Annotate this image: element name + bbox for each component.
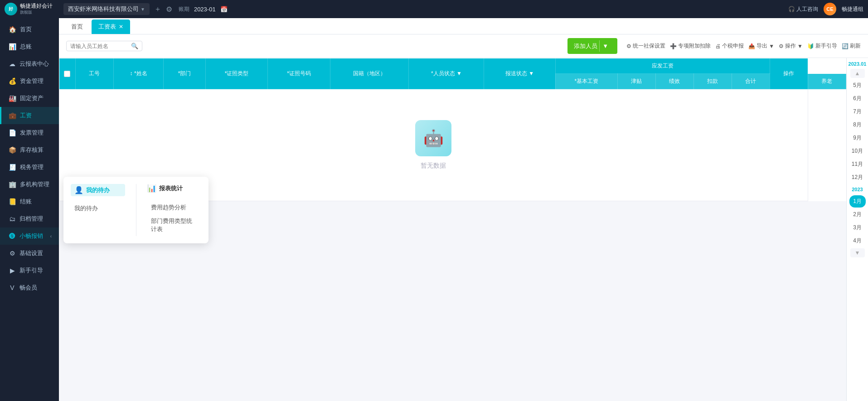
th-status: *人员状态 ▼ (409, 58, 484, 89)
headset-icon: 🎧 (788, 6, 795, 12)
sidebar-item-vip[interactable]: V 畅会员 (0, 279, 59, 296)
calendar-icon[interactable]: 📅 (220, 6, 228, 13)
add-icon[interactable]: ＋ (154, 5, 161, 14)
sidebar-item-ledger[interactable]: 📊 总账 (0, 38, 59, 55)
th-performance: 绩效 (655, 74, 693, 89)
th-id-number: *证照号码 (268, 58, 330, 89)
th-department: *部门 (164, 58, 206, 89)
guide-toolbar-icon: 🔰 (807, 43, 814, 49)
sidebar-item-tax[interactable]: 🧾 税务管理 (0, 159, 59, 176)
sidebar-item-close-account[interactable]: 📒 结账 (0, 193, 59, 210)
action-tax-report[interactable]: 🖨 个税申报 (715, 42, 744, 50)
popup-col-reports: 📊 报表统计 费用趋势分析 部门费用类型统计表 (147, 184, 202, 236)
fixed-assets-icon: 🏭 (9, 95, 16, 102)
month-8[interactable]: 8月 (849, 119, 866, 131)
sidebar-label: 新手引导 (19, 266, 43, 275)
todo-icon: 👤 (74, 186, 83, 194)
action-label: 操作 (785, 42, 796, 50)
month-9[interactable]: 9月 (849, 132, 866, 144)
add-person-button[interactable]: 添加人员 ▼ (567, 38, 617, 54)
month-10[interactable]: 10月 (849, 145, 866, 157)
month-4[interactable]: 4月 (849, 235, 866, 247)
select-all-checkbox[interactable] (64, 71, 70, 77)
add-btn-dropdown-icon[interactable]: ▼ (599, 40, 611, 52)
sidebar-label: 基础设置 (19, 249, 43, 257)
sidebar-item-funds[interactable]: 💰 资金管理 (0, 72, 59, 90)
add-btn-label: 添加人员 (574, 42, 597, 50)
action-social-security[interactable]: ⚙ 统一社保设置 (626, 42, 665, 50)
sidebar-item-inventory[interactable]: 📦 库存核算 (0, 141, 59, 159)
company-selector[interactable]: 西安虾米网络科技有限公司 ▼ (63, 3, 150, 15)
period-label: 账期 (179, 5, 189, 13)
action-bar: 🔍 添加人员 ▼ ⚙ 统一社保设置 ➕ 专项附加扣除 🖨 个税申报 (59, 34, 868, 58)
month-scroll-down[interactable]: ▼ (850, 248, 865, 257)
action-refresh[interactable]: 🔄 刷新 (842, 42, 861, 50)
deduction-icon: ➕ (670, 43, 677, 49)
popup-item-my-todo[interactable]: 我的待办 (71, 202, 125, 215)
th-employee-id: 工号 (76, 58, 114, 89)
month-5[interactable]: 5月 (849, 79, 866, 92)
action-label: 刷新 (850, 42, 861, 50)
sidebar-label: 首页 (20, 25, 32, 34)
tab-salary[interactable]: 工资表 ✕ (92, 19, 130, 34)
popup-reports-title: 📊 报表统计 (147, 184, 202, 195)
sidebar-label: 工资 (20, 111, 32, 120)
action-label: 个税申报 (722, 42, 744, 50)
th-report-status: 报送状态 ▼ (484, 58, 555, 89)
month-7[interactable]: 7月 (849, 106, 866, 118)
tab-close-icon[interactable]: ✕ (119, 24, 123, 30)
guide-icon: ▶ (9, 267, 16, 274)
month-11[interactable]: 11月 (849, 158, 866, 170)
sidebar-item-fixed-assets[interactable]: 🏭 固定资产 (0, 90, 59, 107)
search-wrap: 🔍 (66, 41, 142, 51)
month-1-active[interactable]: 1月 (849, 195, 866, 208)
month-6[interactable]: 6月 (849, 92, 866, 105)
th-nationality: 国籍（地区） (330, 58, 409, 89)
period-value[interactable]: 2023-01 (194, 6, 216, 13)
operation-dropdown-icon: ▼ (797, 43, 803, 49)
tab-bar: 首页 工资表 ✕ (59, 18, 868, 34)
th-name: ↕ *姓名 (113, 58, 163, 89)
sidebar-item-archive[interactable]: 🗂 归档管理 (0, 210, 59, 227)
sidebar-item-expense[interactable]: 🅖 小畅报销 ‹ (0, 227, 59, 245)
action-label: 导出 (756, 42, 767, 50)
sidebar-item-cloud-report[interactable]: ☁ 云报表中心 (0, 55, 59, 72)
month-12[interactable]: 12月 (849, 171, 866, 184)
avatar-initials: CE (826, 6, 833, 12)
month-scroll-up[interactable]: ▲ (850, 69, 865, 78)
sidebar-label: 云报表中心 (19, 60, 49, 68)
action-guide[interactable]: 🔰 新手引导 (807, 42, 837, 50)
user-name: 畅捷通组 (842, 5, 863, 13)
month-panel-header: 2023.01 (848, 60, 868, 68)
service-button[interactable]: 🎧 人工咨询 (788, 5, 818, 13)
sidebar-item-settings[interactable]: ⚙ 基础设置 (0, 245, 59, 262)
sidebar-item-home[interactable]: 🏠 首页 (0, 21, 59, 38)
funds-icon: 💰 (9, 77, 16, 85)
popup-todo-title: 👤 我的待办 (71, 184, 125, 196)
month-2[interactable]: 2月 (849, 208, 866, 221)
sidebar-label: 发票管理 (20, 129, 44, 137)
th-pension: 养老 (808, 74, 846, 89)
logo-icon: 好 (5, 3, 17, 15)
company-name: 西安虾米网络科技有限公司 (68, 5, 139, 13)
popup-item-expense-trend[interactable]: 费用趋势分析 (147, 201, 202, 214)
action-export[interactable]: 📤 导出 ▼ (748, 42, 774, 50)
sidebar-item-salary[interactable]: 💼 工资 (0, 107, 59, 124)
sidebar-item-guide[interactable]: ▶ 新手引导 (0, 262, 59, 279)
sidebar-item-multi-org[interactable]: 🏢 多机构管理 (0, 176, 59, 193)
collapse-icon: ‹ (50, 234, 52, 239)
month-3[interactable]: 3月 (849, 222, 866, 234)
logo-area: 好 畅捷通好会计 旗舰版 (5, 3, 59, 15)
search-icon[interactable]: 🔍 (131, 43, 138, 49)
dept-expense-label: 部门费用类型统计表 (151, 217, 192, 232)
search-input[interactable] (70, 43, 129, 49)
tab-home[interactable]: 首页 (64, 19, 90, 34)
popup-item-dept-expense[interactable]: 部门费用类型统计表 (147, 214, 202, 236)
action-special-deduction[interactable]: ➕ 专项附加扣除 (670, 42, 711, 50)
sidebar-item-invoice[interactable]: 📄 发票管理 (0, 124, 59, 141)
settings-icon[interactable]: ⚙ (166, 5, 172, 14)
popup-col-todo: 👤 我的待办 我的待办 (71, 184, 125, 236)
table-header-row-1: 工号 ↕ *姓名 *部门 *证照类型 *证照号码 国籍（地区） *人员状态 ▼ … (59, 58, 846, 74)
close-account-icon: 📒 (9, 198, 16, 205)
action-operation[interactable]: ⚙ 操作 ▼ (779, 42, 803, 50)
